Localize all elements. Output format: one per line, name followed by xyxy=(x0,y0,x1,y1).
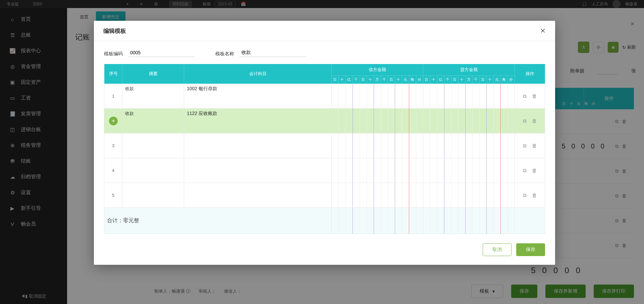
copy-row-icon[interactable]: ⧉ xyxy=(523,168,527,174)
digit-col-header: 亿 xyxy=(345,76,353,84)
digit-col-header: 十 xyxy=(367,76,374,84)
digit-col-header: 元 xyxy=(402,76,409,84)
digit-col-header: 角 xyxy=(500,76,507,84)
row-index: 1 xyxy=(104,84,122,109)
th-credit: 贷方金额 xyxy=(423,64,515,76)
account-cell[interactable] xyxy=(184,133,332,158)
digit-col-header: 十 xyxy=(395,76,402,84)
digit-col-header: 百 xyxy=(332,76,339,84)
add-row-button[interactable]: + xyxy=(109,117,118,125)
template-code-input[interactable] xyxy=(128,49,195,57)
delete-row-icon[interactable]: 🗑 xyxy=(532,192,537,198)
th-ops: 操作 xyxy=(515,64,545,84)
amount-cell[interactable] xyxy=(423,158,515,183)
copy-row-icon[interactable]: ⧉ xyxy=(523,192,527,198)
row-ops: ⧉🗑 xyxy=(515,109,545,133)
amount-cell[interactable] xyxy=(332,158,423,183)
digit-col-header: 亿 xyxy=(437,76,444,84)
account-cell[interactable]: 1122 应收账款 xyxy=(184,109,332,133)
row-ops: ⧉🗑 xyxy=(515,133,545,158)
amount-cell[interactable] xyxy=(423,133,515,158)
th-debit: 借方金额 xyxy=(332,64,423,76)
digit-col-header: 千 xyxy=(444,76,451,84)
digit-col-header: 十 xyxy=(430,76,437,84)
delete-row-icon[interactable]: 🗑 xyxy=(532,118,537,124)
template-name-label: 模板名称 xyxy=(215,51,234,57)
digit-col-header: 十 xyxy=(486,76,493,84)
digit-col-header: 百 xyxy=(479,76,486,84)
digit-col-header: 十 xyxy=(338,76,345,84)
row-ops: ⧉🗑 xyxy=(515,158,545,183)
amount-cell[interactable] xyxy=(423,84,515,109)
digit-col-header: 万 xyxy=(374,76,381,84)
account-cell[interactable] xyxy=(184,183,332,208)
summary-cell[interactable] xyxy=(122,158,184,183)
summary-cell[interactable] xyxy=(122,133,184,158)
digit-col-header: 万 xyxy=(465,76,472,84)
row-ops: ⧉🗑 xyxy=(515,84,545,109)
total-row: 合计：零元整 xyxy=(104,208,545,234)
table-row[interactable]: 1收款1002 银行存款⧉🗑 xyxy=(104,84,545,109)
table-row[interactable]: 5⧉🗑 xyxy=(104,183,545,208)
delete-row-icon[interactable]: 🗑 xyxy=(532,168,537,174)
table-row[interactable]: 3⧉🗑 xyxy=(104,133,545,158)
template-name-input[interactable] xyxy=(239,49,307,57)
delete-row-icon[interactable]: 🗑 xyxy=(532,143,537,149)
amount-cell[interactable] xyxy=(332,183,423,208)
table-row[interactable]: 4⧉🗑 xyxy=(104,158,545,183)
summary-cell[interactable]: 收款 xyxy=(122,109,184,133)
amount-cell[interactable] xyxy=(332,109,423,133)
account-cell[interactable] xyxy=(184,158,332,183)
copy-row-icon[interactable]: ⧉ xyxy=(523,118,527,124)
copy-row-icon[interactable]: ⧉ xyxy=(523,93,527,99)
summary-cell[interactable] xyxy=(122,183,184,208)
template-code-label: 模板编码 xyxy=(104,51,123,57)
amount-cell[interactable] xyxy=(423,183,515,208)
digit-col-header: 百 xyxy=(360,76,367,84)
digit-col-header: 分 xyxy=(416,76,423,84)
digit-col-header: 百 xyxy=(388,76,395,84)
digit-col-header: 分 xyxy=(507,76,515,84)
modal-title: 编辑模板 xyxy=(103,27,126,35)
amount-cell[interactable] xyxy=(423,109,515,133)
row-index: + xyxy=(104,109,122,133)
digit-col-header: 百 xyxy=(451,76,458,84)
copy-row-icon[interactable]: ⧉ xyxy=(523,143,527,149)
digit-col-header: 十 xyxy=(458,76,465,84)
account-cell[interactable]: 1002 银行存款 xyxy=(184,84,332,109)
row-index: 3 xyxy=(104,133,122,158)
modal-save-button[interactable]: 保存 xyxy=(516,243,545,256)
summary-cell[interactable]: 收款 xyxy=(122,84,184,109)
modal-close-button[interactable]: ✕ xyxy=(540,27,546,35)
amount-cell[interactable] xyxy=(332,133,423,158)
digit-col-header: 角 xyxy=(409,76,416,84)
amount-cell[interactable] xyxy=(332,84,423,109)
digit-col-header: 千 xyxy=(381,76,388,84)
amount-cell[interactable] xyxy=(332,208,423,234)
row-index: 5 xyxy=(104,183,122,208)
th-seq: 序号 xyxy=(104,64,122,84)
table-row[interactable]: +收款1122 应收账款⧉🗑 xyxy=(104,109,545,133)
th-account: 会计科目 xyxy=(184,64,332,84)
amount-cell[interactable] xyxy=(423,208,515,234)
template-table: 序号 摘要 会计科目 借方金额 贷方金额 操作 百十亿千百十万千百十元角分百十亿… xyxy=(104,64,545,234)
modal-cancel-button[interactable]: 取消 xyxy=(483,243,512,256)
digit-col-header: 千 xyxy=(353,76,360,84)
row-index: 4 xyxy=(104,158,122,183)
edit-template-modal: 编辑模板 ✕ 模板编码 模板名称 序号 摘要 会计科目 借方金额 贷方金额 xyxy=(94,21,555,265)
total-label: 合计：零元整 xyxy=(104,208,332,234)
digit-col-header: 千 xyxy=(472,76,479,84)
digit-col-header: 元 xyxy=(493,76,500,84)
delete-row-icon[interactable]: 🗑 xyxy=(532,93,537,99)
row-ops: ⧉🗑 xyxy=(515,183,545,208)
digit-col-header: 百 xyxy=(423,76,430,84)
th-summary: 摘要 xyxy=(122,64,184,84)
